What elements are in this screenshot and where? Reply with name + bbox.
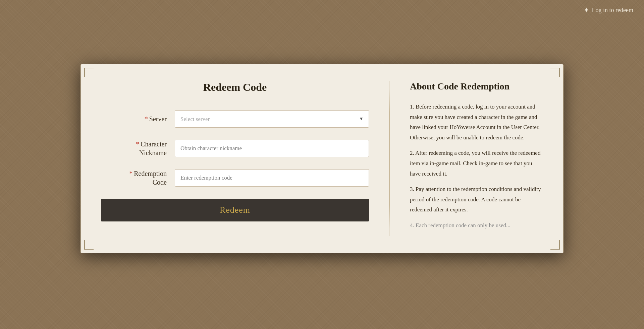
- login-link[interactable]: Log in to redeem: [592, 7, 633, 14]
- about-point-2: 2. After redeeming a code, you will rece…: [410, 148, 543, 179]
- code-required-star: *: [129, 170, 132, 177]
- about-title: About Code Redemption: [410, 81, 543, 92]
- login-star-icon: ✦: [584, 6, 589, 14]
- dialog-outer: Redeem Code *Server Select server Asia E…: [80, 64, 564, 265]
- about-point-4: 4. Each redemption code can only be used…: [410, 220, 543, 231]
- right-panel: About Code Redemption 1. Before redeemin…: [390, 81, 543, 236]
- dialog: Redeem Code *Server Select server Asia E…: [80, 64, 564, 253]
- server-select-wrapper: Select server Asia Europe America TW, HK…: [175, 110, 369, 128]
- server-label: *Server: [101, 115, 175, 123]
- about-text: 1. Before redeeming a code, log in to yo…: [410, 102, 543, 231]
- nickname-required-star: *: [136, 140, 139, 148]
- about-point-1: 1. Before redeeming a code, log in to yo…: [410, 102, 543, 143]
- server-select[interactable]: Select server Asia Europe America TW, HK…: [175, 110, 369, 128]
- corner-tr: [550, 68, 560, 77]
- about-point-3: 3. Pay attention to the redemption condi…: [410, 184, 543, 215]
- redemption-code-row: *RedemptionCode: [101, 169, 369, 187]
- character-nickname-row: *CharacterNickname: [101, 140, 369, 157]
- corner-tl: [84, 68, 94, 77]
- left-panel: Redeem Code *Server Select server Asia E…: [101, 81, 389, 236]
- character-nickname-input[interactable]: [175, 140, 369, 157]
- page-wrapper: ✦ Log in to redeem Redeem Code *Server: [0, 0, 644, 329]
- server-row: *Server Select server Asia Europe Americ…: [101, 110, 369, 128]
- redeem-button[interactable]: Redeem: [101, 199, 369, 221]
- server-required-star: *: [145, 115, 148, 123]
- redemption-code-input[interactable]: [175, 169, 369, 187]
- character-nickname-label: *CharacterNickname: [101, 140, 175, 157]
- redeem-code-title: Redeem Code: [101, 81, 369, 93]
- top-bar: ✦ Log in to redeem: [573, 0, 644, 20]
- redemption-code-label: *RedemptionCode: [101, 169, 175, 187]
- corner-br: [550, 240, 560, 250]
- corner-bl: [84, 240, 94, 250]
